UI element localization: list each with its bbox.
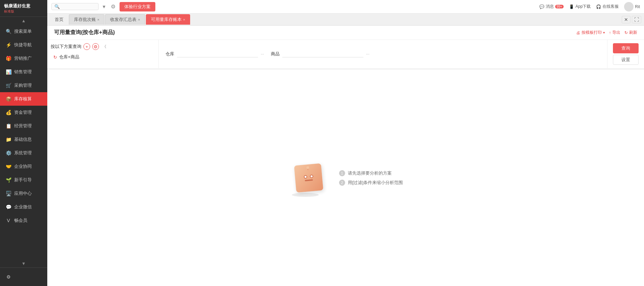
settings-bottom-icon: ⚙ bbox=[5, 274, 11, 280]
filter-product-input[interactable] bbox=[282, 51, 363, 57]
topbar-message[interactable]: 💬 消息 99+ bbox=[539, 4, 564, 9]
app-download-label: App下载 bbox=[575, 4, 591, 9]
sidebar-item-icon-member: V bbox=[5, 218, 11, 223]
filter-product: 商品 ··· bbox=[271, 51, 369, 57]
sidebar-item-search[interactable]: 🔍 搜索菜单 bbox=[0, 25, 47, 38]
sidebar-item-basic-info[interactable]: 📁 基础信息 bbox=[0, 133, 47, 146]
tab-batch-accounts[interactable]: 库存批次账 × bbox=[69, 14, 104, 25]
settings-button[interactable]: 设置 bbox=[613, 55, 639, 65]
print-label: 按模板打印 bbox=[582, 30, 602, 35]
topbar: 🔍 ▾ ⚙ 体验行业方案 💬 消息 99+ 📱 App下载 🎧 在线客服 R bbox=[47, 0, 644, 14]
sidebar-item-sales[interactable]: 📊 销售管理 bbox=[0, 65, 47, 79]
topbar-user[interactable]: Rit bbox=[624, 2, 640, 11]
tab-home[interactable]: 首页 bbox=[50, 15, 68, 25]
scheme-item-label: 仓库+商品 bbox=[59, 54, 79, 60]
topbar-online-service[interactable]: 🎧 在线客服 bbox=[596, 4, 619, 9]
refresh-button[interactable]: ↻ 刷新 bbox=[624, 30, 637, 35]
query-button[interactable]: 查询 bbox=[613, 43, 639, 53]
sidebar-item-icon-sales: 📊 bbox=[5, 69, 11, 75]
username-text: Rit bbox=[635, 4, 640, 9]
tip-num-2: 2 bbox=[339, 180, 345, 186]
tab-batch-accounts-label: 库存批次账 bbox=[74, 17, 96, 23]
industry-solution-button[interactable]: 体验行业方案 bbox=[120, 2, 155, 11]
filter-product-dots[interactable]: ··· bbox=[366, 52, 369, 56]
avatar bbox=[624, 2, 634, 11]
message-label: 消息 bbox=[546, 4, 554, 9]
scheme-item-warehouse-product[interactable]: ↻ 仓库+商品 bbox=[51, 53, 155, 61]
sidebar-scroll-down[interactable]: ▼ bbox=[0, 260, 47, 267]
sidebar-item-icon-marketing-promo: 🎁 bbox=[5, 56, 11, 61]
add-scheme-button[interactable]: + bbox=[83, 43, 90, 50]
sidebar-item-enterprise[interactable]: 🤝 企业协同 bbox=[0, 160, 47, 173]
export-label: 导出 bbox=[612, 30, 620, 35]
refresh-label: 刷新 bbox=[629, 30, 637, 35]
sidebar-item-label-inventory: 库存核算 bbox=[14, 96, 32, 102]
tip-text-2: 用[过滤]条件来缩小分析范围 bbox=[348, 180, 403, 186]
topbar-app-download[interactable]: 📱 App下载 bbox=[569, 4, 591, 9]
sidebar-item-icon-newbie: 🌱 bbox=[5, 177, 11, 183]
sidebar-item-label-system: 系统管理 bbox=[14, 150, 32, 156]
tab-batch-accounts-close[interactable]: × bbox=[97, 18, 99, 22]
sidebar-item-settings-bottom[interactable]: ⚙ bbox=[0, 270, 47, 283]
empty-tip-2: 2 用[过滤]条件来缩小分析范围 bbox=[339, 180, 403, 186]
tab-available-ledger-close[interactable]: × bbox=[183, 18, 185, 22]
sidebar-item-icon-enterprise-wechat: 💬 bbox=[5, 204, 11, 210]
robot-shadow bbox=[292, 193, 319, 197]
filter-warehouse-dots[interactable]: ··· bbox=[261, 52, 264, 56]
sidebar-logo-title: 畅康通好生意 bbox=[4, 3, 43, 9]
service-icon: 🎧 bbox=[596, 4, 601, 9]
sidebar-item-icon-enterprise: 🤝 bbox=[5, 164, 11, 169]
empty-state: 1 请先选择要分析的方案 2 用[过滤]条件来缩小分析范围 bbox=[47, 70, 644, 286]
page-actions: 🖨 按模板打印 ▾ ↑ 导出 ↻ 刷新 bbox=[576, 30, 637, 35]
tab-home-label: 首页 bbox=[55, 17, 63, 23]
sidebar-item-shortcut[interactable]: ⚡ 快捷导航 bbox=[0, 38, 47, 52]
sidebar-item-label-purchase: 采购管理 bbox=[14, 82, 32, 88]
topbar-gear-icon[interactable]: ⚙ bbox=[109, 3, 117, 10]
tip-text-1: 请先选择要分析的方案 bbox=[348, 170, 392, 176]
sidebar-item-enterprise-wechat[interactable]: 💬 企业微信 bbox=[0, 200, 47, 214]
sidebar-item-system[interactable]: ⚙️ 系统管理 bbox=[0, 146, 47, 160]
sidebar-item-label-enterprise: 企业协同 bbox=[14, 163, 32, 170]
tab-maximize-btn[interactable]: ⛶ bbox=[632, 16, 641, 23]
app-icon: 📱 bbox=[569, 4, 574, 9]
filter-warehouse-input[interactable] bbox=[177, 51, 258, 57]
sidebar-item-purchase[interactable]: 🛒 采购管理 bbox=[0, 79, 47, 92]
sidebar-item-icon-purchase: 🛒 bbox=[5, 83, 11, 88]
collapse-scheme-icon[interactable]: 《 bbox=[101, 43, 108, 50]
empty-tips: 1 请先选择要分析的方案 2 用[过滤]条件来缩小分析范围 bbox=[339, 170, 403, 186]
scheme-header-label: 按以下方案查询 bbox=[51, 44, 81, 50]
sidebar-scroll-up[interactable]: ▲ bbox=[0, 17, 47, 25]
topbar-search-input[interactable] bbox=[61, 4, 95, 9]
sidebar-item-label-newbie: 新手引导 bbox=[14, 177, 32, 183]
query-scheme-header: 按以下方案查询 + ⚙ 《 bbox=[51, 43, 155, 50]
sidebar-item-app-center[interactable]: 🖥️ 应用中心 bbox=[0, 187, 47, 200]
sidebar-item-marketing-promo[interactable]: 🎁 营销推广 bbox=[0, 52, 47, 65]
sidebar-item-label-finance: 资金管理 bbox=[14, 109, 32, 115]
print-button[interactable]: 🖨 按模板打印 ▾ bbox=[576, 30, 605, 35]
empty-tip-1: 1 请先选择要分析的方案 bbox=[339, 170, 403, 176]
tabs-actions: ✕ ⛶ bbox=[622, 16, 641, 23]
manage-scheme-button[interactable]: ⚙ bbox=[92, 43, 99, 50]
topbar-dropdown[interactable]: ▾ bbox=[101, 3, 107, 10]
message-icon: 💬 bbox=[539, 4, 544, 9]
tab-available-ledger[interactable]: 可用量库存账本 × bbox=[146, 14, 190, 25]
robot-face bbox=[297, 166, 320, 189]
sidebar-item-newbie[interactable]: 🌱 新手引导 bbox=[0, 173, 47, 187]
robot-illustration bbox=[294, 163, 324, 193]
sidebar-item-icon-search: 🔍 bbox=[5, 29, 11, 34]
tab-inventory-summary[interactable]: 收发存汇总表 × bbox=[105, 14, 145, 25]
sidebar-item-icon-app-center: 🖥️ bbox=[5, 191, 11, 196]
sidebar-item-label-app-center: 应用中心 bbox=[14, 190, 32, 197]
tab-close-all-btn[interactable]: ✕ bbox=[622, 16, 630, 23]
sidebar-item-label-search: 搜索菜单 bbox=[14, 28, 32, 34]
sidebar-item-finance[interactable]: 💰 资金管理 bbox=[0, 106, 47, 119]
sidebar-item-label-basic-info: 基础信息 bbox=[14, 136, 32, 142]
export-button[interactable]: ↑ 导出 bbox=[609, 30, 620, 35]
page-title: 可用量查询(按仓库+商品) bbox=[54, 29, 576, 36]
sidebar-item-icon-basic-info: 📁 bbox=[5, 137, 11, 142]
sidebar-item-inventory[interactable]: 📦 库存核算 bbox=[0, 92, 47, 106]
sidebar-item-member[interactable]: V 畅会员 bbox=[0, 214, 47, 227]
tab-inventory-summary-close[interactable]: × bbox=[138, 18, 140, 22]
topbar-search-box[interactable]: 🔍 bbox=[51, 3, 99, 10]
sidebar-item-operations[interactable]: 📋 经营管理 bbox=[0, 119, 47, 133]
